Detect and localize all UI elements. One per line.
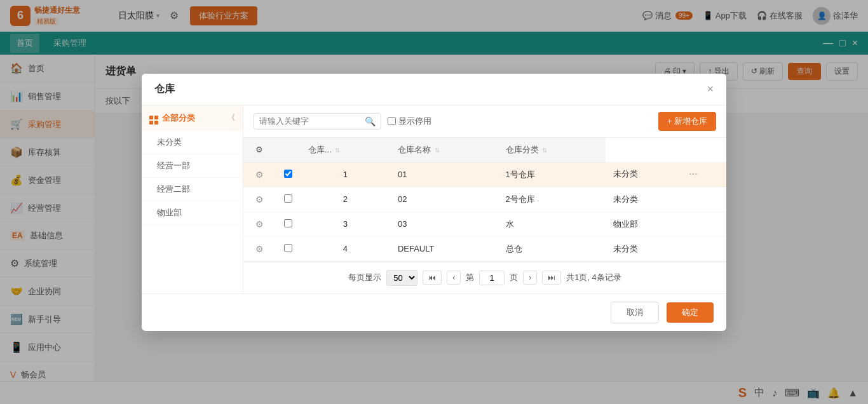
row-num-cell-0: 1 <box>301 162 390 187</box>
page-prefix-label: 第 <box>466 272 474 283</box>
col-category-label: 仓库分类 <box>506 145 539 154</box>
category-item-ops1[interactable]: 经营一部 <box>142 154 243 178</box>
per-page-select[interactable]: 50 <box>386 270 417 286</box>
per-page-label: 每页显示 <box>348 272 381 283</box>
row-name-cell-0: 1号仓库 <box>498 162 606 187</box>
last-page-btn[interactable]: ⏭ <box>542 271 561 285</box>
row-gear-cell-1[interactable]: ⚙ <box>243 187 275 212</box>
cancel-btn[interactable]: 取消 <box>611 302 659 323</box>
grid-icon <box>149 112 158 125</box>
row-num-cell-1: 2 <box>301 187 390 212</box>
gear-icon: ⚙ <box>255 219 264 229</box>
show-disabled-checkbox[interactable] <box>388 117 396 125</box>
col-code-label: 仓库... <box>308 145 332 154</box>
table-row[interactable]: ⚙ 2 02 2号仓库 未分类 <box>243 187 726 212</box>
add-warehouse-btn[interactable]: + 新增仓库 <box>658 112 716 131</box>
table-header-row: ⚙ 仓库... ⇅ 仓库名称 ⇅ <box>243 138 726 163</box>
row-code-cell-3: DEFAULT <box>390 236 498 261</box>
col-name-header[interactable]: 仓库名称 ⇅ <box>390 138 498 163</box>
row-dots-cell[interactable]: ··· <box>681 162 726 187</box>
row-dots-cell-empty <box>681 212 726 236</box>
row-code-cell-0: 01 <box>390 162 498 187</box>
prev-page-btn[interactable]: ‹ <box>447 271 461 285</box>
row-category-cell-1: 未分类 <box>606 187 681 212</box>
col-check-header <box>275 138 301 163</box>
modal-overlay: 仓库 × 全部分类 《 未分类 <box>0 0 868 404</box>
warehouse-table: ⚙ 仓库... ⇅ 仓库名称 ⇅ <box>243 138 726 262</box>
col-name-label: 仓库名称 <box>398 145 431 154</box>
row-gear-cell-0[interactable]: ⚙ <box>243 162 275 187</box>
row-gear-cell-3[interactable]: ⚙ <box>243 236 275 261</box>
modal-close-btn[interactable]: × <box>707 83 714 96</box>
col-category-header[interactable]: 仓库分类 ⇅ <box>498 138 606 163</box>
row-checkbox-2[interactable] <box>284 219 292 227</box>
category-header[interactable]: 全部分类 《 <box>142 105 243 131</box>
toolbar-left: 🔍 显示停用 <box>254 113 431 130</box>
warehouse-content-panel: 🔍 显示停用 + 新增仓库 ⚙ <box>243 105 726 293</box>
first-page-btn[interactable]: ⏮ <box>423 271 442 285</box>
show-disabled-label: 显示停用 <box>398 116 431 127</box>
row-category-cell-0: 未分类 <box>606 162 681 187</box>
col-category-sort-icon: ⇅ <box>542 147 547 154</box>
row-check-cell-3[interactable] <box>275 236 301 261</box>
row-code-cell-2: 03 <box>390 212 498 236</box>
row-check-cell-2[interactable] <box>275 212 301 236</box>
row-name-cell-2: 水 <box>498 212 606 236</box>
row-name-cell-1: 2号仓库 <box>498 187 606 212</box>
row-gear-cell-2[interactable]: ⚙ <box>243 212 275 236</box>
row-dots-cell-empty <box>681 236 726 261</box>
warehouse-table-wrap: ⚙ 仓库... ⇅ 仓库名称 ⇅ <box>243 138 726 262</box>
row-name-cell-3: 总仓 <box>498 236 606 261</box>
warehouse-toolbar: 🔍 显示停用 + 新增仓库 <box>243 105 726 138</box>
row-check-cell-0[interactable] <box>275 162 301 187</box>
search-input[interactable] <box>259 116 361 126</box>
total-records-label: 共1页, 4条记录 <box>566 272 621 283</box>
row-dots-icon[interactable]: ··· <box>689 168 697 179</box>
modal-body: 全部分类 《 未分类 经营一部 经营二部 物业部 🔍 <box>142 105 726 293</box>
modal-header: 仓库 × <box>142 74 726 105</box>
row-code-cell-1: 02 <box>390 187 498 212</box>
row-check-cell-1[interactable] <box>275 187 301 212</box>
modal-title: 仓库 <box>154 83 175 96</box>
table-row[interactable]: ⚙ 4 DEFAULT 总仓 未分类 <box>243 236 726 261</box>
category-item-uncategorized[interactable]: 未分类 <box>142 131 243 154</box>
row-num-cell-3: 4 <box>301 236 390 261</box>
category-panel: 全部分类 《 未分类 经营一部 经营二部 物业部 <box>142 105 243 293</box>
row-category-cell-3: 未分类 <box>606 236 681 261</box>
col-code-header[interactable]: 仓库... ⇅ <box>301 138 390 163</box>
col-gear-header[interactable]: ⚙ <box>243 138 275 163</box>
page-suffix-label: 页 <box>510 272 518 283</box>
pagination: 每页显示 50 ⏮ ‹ 第 页 › ⏭ 共1页, 4条记录 <box>243 262 726 293</box>
gear-icon: ⚙ <box>255 194 264 205</box>
col-name-sort-icon: ⇅ <box>435 147 440 154</box>
category-item-ops2[interactable]: 经营二部 <box>142 178 243 201</box>
row-checkbox-1[interactable] <box>284 194 292 203</box>
gear-icon: ⚙ <box>255 244 264 254</box>
category-collapse-icon[interactable]: 《 <box>227 112 235 123</box>
row-checkbox-0[interactable] <box>284 170 292 178</box>
next-page-btn[interactable]: › <box>523 271 537 285</box>
page-number-input[interactable] <box>479 271 505 285</box>
row-checkbox-3[interactable] <box>284 244 292 252</box>
row-dots-cell-empty <box>681 187 726 212</box>
gear-icon: ⚙ <box>255 170 264 180</box>
category-all-label: 全部分类 <box>149 112 195 125</box>
col-code-sort-icon: ⇅ <box>335 147 340 154</box>
show-disabled-checkbox-label[interactable]: 显示停用 <box>388 116 431 127</box>
row-category-cell-2: 物业部 <box>606 212 681 236</box>
search-box: 🔍 <box>254 113 381 130</box>
row-num-cell-2: 3 <box>301 212 390 236</box>
warehouse-modal: 仓库 × 全部分类 《 未分类 <box>142 74 726 331</box>
table-row[interactable]: ⚙ 1 01 1号仓库 未分类 ··· <box>243 162 726 187</box>
category-item-property[interactable]: 物业部 <box>142 201 243 225</box>
table-row[interactable]: ⚙ 3 03 水 物业部 <box>243 212 726 236</box>
confirm-btn[interactable]: 确定 <box>667 302 714 323</box>
search-icon: 🔍 <box>365 116 376 126</box>
modal-footer: 取消 确定 <box>142 293 726 331</box>
